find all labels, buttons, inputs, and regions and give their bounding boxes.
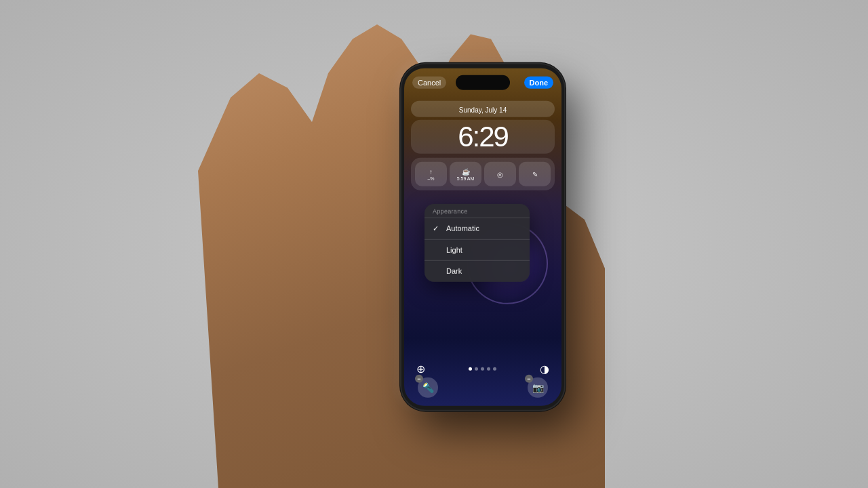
appearance-context-menu: Appearance ✓ Automatic ✓ Light ✓ Dark: [425, 204, 530, 282]
dark-label: Dark: [446, 267, 462, 275]
camera-button[interactable]: − 📷: [528, 378, 548, 398]
lockscreen-content: Sunday, July 14 6:29 ↑ –% ☕ 5:59 AM ◎: [404, 97, 561, 195]
quick-actions: − 🔦 − 📷: [404, 378, 561, 398]
menu-item-light[interactable]: ✓ Light: [425, 239, 530, 260]
dot-4: [487, 367, 490, 371]
bottom-controls: ⊕ ◑: [404, 363, 561, 375]
flashlight-remove-badge: −: [415, 375, 423, 383]
time-text: 6:29: [458, 121, 508, 152]
widget-note: ✎: [519, 162, 551, 186]
widget-weather: ↑ –%: [415, 162, 447, 186]
widget-alarm: ☕ 5:59 AM: [450, 162, 481, 186]
dot-5: [493, 367, 496, 371]
automatic-label: Automatic: [446, 224, 479, 232]
date-text: Sunday, July 14: [459, 106, 507, 114]
weather-icon: ↑: [429, 167, 433, 175]
menu-item-dark[interactable]: ✓ Dark: [425, 260, 530, 281]
scene: Cancel Done Sunday, July 14 6:29 ↑ –%: [0, 0, 868, 488]
focus-icon: ◎: [497, 170, 503, 178]
sound-icon[interactable]: ◑: [540, 363, 549, 375]
page-dots: [469, 367, 496, 371]
done-button[interactable]: Done: [524, 77, 554, 89]
date-display: Sunday, July 14: [411, 101, 555, 117]
dynamic-island: [456, 75, 510, 90]
dot-1: [469, 367, 472, 371]
automatic-check-icon: ✓: [433, 224, 441, 232]
widget-focus: ◎: [484, 162, 516, 186]
dot-2: [475, 367, 478, 371]
menu-header: Appearance: [425, 204, 530, 218]
phone-frame: Cancel Done Sunday, July 14 6:29 ↑ –%: [401, 64, 564, 410]
weather-text: –%: [427, 176, 434, 180]
time-display: 6:29: [411, 120, 555, 154]
camera-icon: 📷: [532, 382, 544, 393]
layers-icon[interactable]: ⊕: [416, 363, 425, 375]
alarm-text: 5:59 AM: [457, 176, 475, 180]
cancel-button[interactable]: Cancel: [412, 77, 446, 89]
light-label: Light: [446, 245, 462, 253]
camera-remove-badge: −: [525, 375, 533, 383]
note-icon: ✎: [532, 170, 538, 178]
flashlight-button[interactable]: − 🔦: [418, 378, 438, 398]
dot-3: [481, 367, 484, 371]
widgets-row: ↑ –% ☕ 5:59 AM ◎ ✎: [411, 158, 555, 190]
flashlight-icon: 🔦: [422, 382, 434, 393]
phone-screen: Cancel Done Sunday, July 14 6:29 ↑ –%: [404, 68, 561, 406]
menu-item-automatic[interactable]: ✓ Automatic: [425, 218, 530, 239]
alarm-icon: ☕: [462, 167, 470, 175]
